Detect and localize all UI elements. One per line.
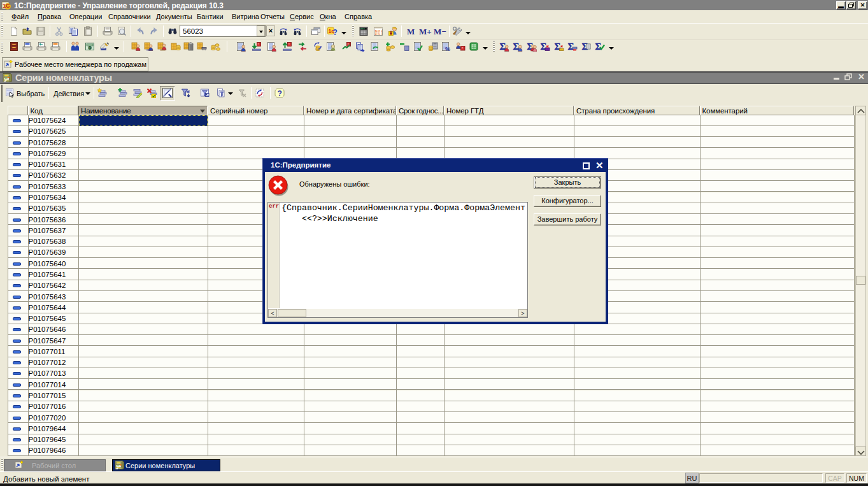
svg-text:?: ? <box>278 89 282 98</box>
svg-text:1C: 1C <box>3 3 10 9</box>
svg-text:?: ? <box>333 28 338 37</box>
svg-text:Σ: Σ <box>595 41 602 52</box>
svg-text:$: $ <box>89 45 92 50</box>
svg-text:%: % <box>445 46 450 52</box>
